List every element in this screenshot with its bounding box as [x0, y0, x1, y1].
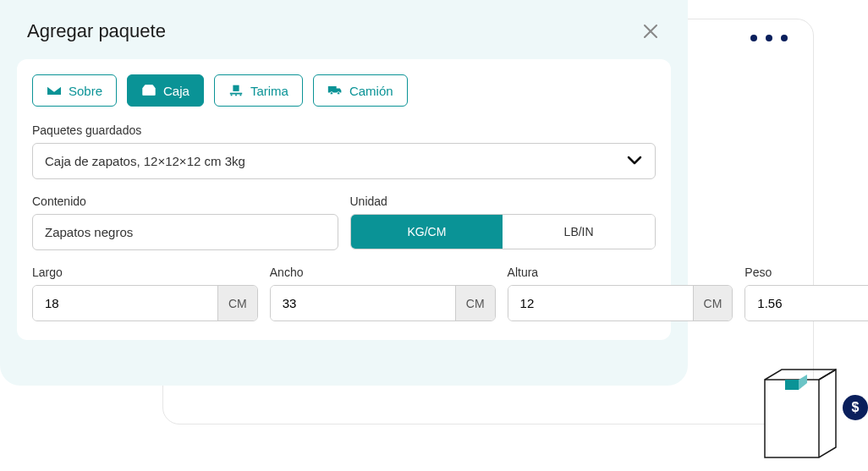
price-badge: $: [843, 395, 868, 420]
saved-packages-value: Caja de zapatos, 12×12×12 cm 3kg: [32, 143, 656, 179]
svg-rect-7: [785, 380, 799, 390]
close-button[interactable]: [640, 21, 661, 41]
altura-label: Altura: [508, 266, 733, 279]
peso-input[interactable]: [745, 286, 868, 320]
svg-rect-2: [231, 95, 233, 96]
unit-toggle: KG/CM LB/IN: [350, 214, 656, 249]
svg-rect-4: [239, 95, 241, 96]
saved-packages-label: Paquetes guardados: [32, 123, 656, 137]
content-input[interactable]: [32, 214, 338, 250]
largo-label: Largo: [32, 266, 258, 279]
svg-point-6: [337, 92, 339, 95]
window-controls: [750, 35, 788, 41]
package-type-sobre[interactable]: Sobre: [32, 74, 117, 107]
pallet-icon: [228, 83, 244, 98]
ancho-input[interactable]: [271, 286, 455, 320]
package-type-label: Sobre: [69, 84, 102, 98]
window-dot: [750, 35, 757, 41]
package-type-group: Sobre Caja Tarima Camión: [32, 74, 656, 107]
modal-title: Agregar paquete: [27, 20, 166, 42]
package-type-label: Caja: [163, 84, 190, 98]
svg-rect-1: [230, 93, 242, 95]
content-label: Contenido: [32, 194, 338, 208]
modal-card: Sobre Caja Tarima Camión: [17, 59, 671, 340]
unit-option-metric[interactable]: KG/CM: [351, 215, 503, 249]
unit-label: Unidad: [350, 194, 656, 208]
peso-label: Peso: [744, 266, 868, 279]
add-package-modal: Agregar paquete Sobre Caja: [0, 0, 688, 357]
package-type-tarima[interactable]: Tarima: [214, 74, 303, 107]
close-icon: [643, 24, 658, 39]
package-type-caja[interactable]: Caja: [127, 74, 204, 107]
window-dot: [781, 35, 788, 41]
modal-header: Agregar paquete: [0, 0, 688, 59]
package-type-camion[interactable]: Camión: [313, 74, 408, 107]
ancho-unit: CM: [455, 286, 495, 320]
altura-input[interactable]: [508, 286, 693, 320]
package-type-label: Camión: [349, 84, 393, 98]
box-icon: [141, 83, 157, 98]
largo-unit: CM: [217, 286, 257, 320]
largo-input[interactable]: [33, 286, 217, 320]
svg-rect-0: [233, 85, 239, 91]
unit-option-imperial[interactable]: LB/IN: [503, 215, 655, 249]
box-illustration: [758, 363, 843, 464]
package-type-label: Tarima: [250, 84, 288, 98]
window-dot: [766, 35, 772, 41]
altura-unit: CM: [693, 286, 733, 320]
dollar-icon: $: [852, 400, 860, 415]
saved-packages-select[interactable]: Caja de zapatos, 12×12×12 cm 3kg: [32, 143, 656, 179]
svg-point-5: [330, 92, 332, 95]
envelope-icon: [47, 83, 62, 98]
truck-icon: [327, 83, 343, 98]
ancho-label: Ancho: [270, 266, 496, 279]
svg-rect-3: [235, 95, 237, 96]
